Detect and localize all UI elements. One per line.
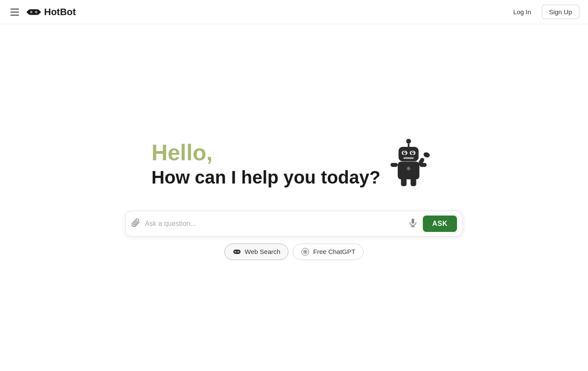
search-container: ASK Web Search [125,211,463,260]
ask-button[interactable]: ASK [423,216,457,232]
svg-point-25 [423,151,431,158]
svg-rect-26 [412,219,414,224]
svg-rect-29 [233,250,241,254]
svg-point-32 [235,251,236,252]
svg-rect-0 [28,9,40,15]
hero-section: Hello, How can I help you today? [151,136,437,193]
free-chatgpt-toggle[interactable]: Free ChatGPT [293,244,364,260]
svg-rect-5 [27,11,28,13]
svg-rect-10 [408,143,409,147]
search-toggles: Web Search Free ChatGPT [224,244,364,260]
chatgpt-pill-icon [301,247,310,256]
search-input[interactable] [145,220,408,228]
microphone-icon[interactable] [408,218,418,230]
svg-rect-20 [390,163,398,167]
navbar-right: Log In Sign Up [507,5,579,19]
signup-button[interactable]: Sign Up [542,5,579,19]
hotbot-pill-icon [233,247,241,256]
svg-point-4 [35,11,36,12]
web-search-toggle[interactable]: Web Search [224,244,288,260]
hero-subtitle: How can I help you today? [151,167,380,188]
navbar-left: HotBot [9,6,76,18]
svg-rect-17 [403,157,414,159]
search-box: ASK [125,211,463,237]
free-chatgpt-label: Free ChatGPT [313,248,355,255]
svg-point-19 [407,167,410,170]
svg-point-3 [31,11,32,12]
login-button[interactable]: Log In [507,5,537,19]
svg-point-15 [404,152,406,153]
main-content: Hello, How can I help you today? [0,24,588,371]
robot-svg [380,136,437,192]
svg-rect-23 [411,178,416,186]
svg-point-16 [412,152,414,153]
svg-point-33 [238,251,239,252]
web-search-label: Web Search [245,248,280,255]
attach-icon[interactable] [131,218,141,230]
svg-rect-8 [399,147,419,161]
svg-rect-22 [401,178,406,186]
robot-illustration [380,136,437,193]
svg-point-9 [406,139,411,143]
svg-rect-6 [40,11,41,13]
svg-point-35 [304,251,307,253]
hero-text: Hello, How can I help you today? [151,140,380,189]
logo-icon [27,8,41,16]
logo-text: HotBot [44,6,76,18]
hamburger-menu[interactable] [9,7,21,17]
hero-hello: Hello, [151,140,380,165]
logo-link[interactable]: HotBot [27,6,76,18]
navbar: HotBot Log In Sign Up [0,0,588,24]
